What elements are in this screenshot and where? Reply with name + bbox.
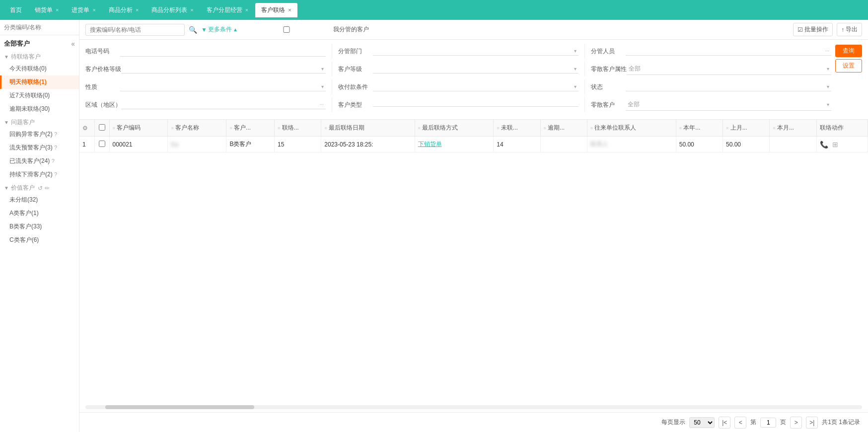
horizontal-scrollbar[interactable] [85,405,862,409]
payment-select[interactable]: ▾ [373,82,579,91]
last-page-button[interactable]: >| [806,417,818,429]
batch-op-button[interactable]: ☑ 批量操作 [793,23,833,36]
nav-item-analysis-list[interactable]: 商品分析列表 × [145,3,199,17]
first-page-icon: |< [722,419,727,426]
uncontacted-cell: 14 [494,137,540,152]
filter-retail-attr: 零散客户属性 全部 ▾ [591,63,831,75]
retail-customer-select[interactable]: 全部 ▾ [626,99,831,111]
sort-icon: ≡ [590,126,593,131]
more-filters-button[interactable]: ▼ 更多条件 ▲ [201,25,238,34]
reset-button[interactable]: 设置 [835,59,862,72]
action-icons-container: 📞 ⊞ [820,141,865,148]
filter-action-buttons: 查询 设置 [835,44,862,72]
page-number-input[interactable] [760,418,776,428]
retail-attr-select[interactable]: 全部 ▾ [627,63,831,75]
sidebar-item-ungrouped[interactable]: 未分组(32) [0,193,79,207]
nav-item-sales[interactable]: 销货单 × [29,3,65,17]
refresh-icon[interactable]: ↺ [38,185,43,192]
pagination-bar: 每页显示 50 20 100 |< < 第 页 > >| 共1页 1条记录 [79,412,868,432]
customer-name-cell: Ea [168,137,226,152]
price-grade-select[interactable]: ▾ [121,65,326,73]
settings-column-header[interactable]: ⚙ [79,120,94,137]
table-header-row: ⚙ ≡ 客户编码 ≡ 客户名称 ≡ [79,120,868,137]
sort-icon: ≡ [679,126,682,131]
sort-icon: ≡ [278,126,280,131]
customer-grade-select[interactable]: ▾ [373,65,579,73]
sidebar-item-churn-warning[interactable]: 流失预警客户(3) ? [0,141,79,154]
prev-page-button[interactable]: < [734,417,746,429]
sidebar-search-input[interactable] [4,24,78,31]
row-checkbox-cell [94,137,109,152]
query-button[interactable]: 查询 [835,45,862,57]
filter-status: 状态 ▾ [591,82,831,91]
col-header-name: ≡ 客户名称 [168,120,226,137]
scrollbar-thumb[interactable] [105,405,254,409]
search-input[interactable] [85,24,185,36]
nav-item-customer-tier[interactable]: 客户分层经营 × [201,3,254,17]
sidebar-item-week-pending[interactable]: 近7天待联络(0) [0,89,79,102]
table-container: ⚙ ≡ 客户编码 ≡ 客户名称 ≡ [79,120,868,405]
search-button[interactable]: 🔍 [189,26,197,34]
next-page-button[interactable]: > [790,417,802,429]
last-page-icon: >| [809,419,814,426]
filter-icon: ▼ [201,26,207,33]
status-select[interactable]: ▾ [626,82,831,91]
phone-action-icon[interactable]: 📞 [820,141,828,148]
customer-type-cell: B类客户 [226,137,275,152]
sidebar-item-c-class[interactable]: C类客户(6) [0,233,79,247]
filter-region: 区域（地区） ··· [85,100,326,109]
close-icon[interactable]: × [56,7,59,13]
customer-type-select[interactable] [373,103,579,107]
next-page-icon: > [795,419,798,426]
sidebar-item-a-class[interactable]: A类客户(1) [0,207,79,220]
last-contact-date-cell: 2023-05-23 18:25: [321,137,415,152]
sidebar-item-overdue-pending[interactable]: 逾期未联络(30) [0,102,79,116]
filter-payment: 收付款条件 ▾ [338,82,579,91]
last-contact-method-cell[interactable]: 下销货单 [415,137,494,152]
sidebar-item-today-pending[interactable]: 今天待联络(0) [0,62,79,75]
filter-gender: 性质 ▾ [85,82,326,91]
close-icon[interactable]: × [136,7,139,13]
manager-select[interactable]: ··· [626,47,831,56]
close-icon[interactable]: × [288,7,291,13]
collapse-icon[interactable]: « [71,40,75,48]
sidebar-item-declining[interactable]: 持续下滑客户(2) ? [0,168,79,181]
this-year-cell: 50.00 [676,137,723,152]
actions-cell: 📞 ⊞ [816,137,868,152]
chevron-down-icon: ▾ [827,102,829,107]
contact-method-link[interactable]: 下销货单 [418,141,442,147]
nav-item-purchase[interactable]: 进货单 × [66,3,101,17]
select-all-checkbox[interactable] [99,124,105,131]
close-icon[interactable]: × [190,7,193,13]
checkbox-icon: ☑ [797,26,803,33]
my-customers-checkbox-label[interactable]: 我分管的客户 [242,25,369,34]
close-icon[interactable]: × [245,7,248,13]
sidebar-item-churned[interactable]: 已流失客户(24) ? [0,154,79,168]
chevron-down-icon: ▾ [574,66,577,72]
nav-item-customer-contact[interactable]: 客户联络 × [255,3,297,17]
export-button[interactable]: ↑ 导出 [837,23,862,36]
nav-item-analysis[interactable]: 商品分析 × [103,3,145,17]
region-select[interactable]: ··· [121,100,326,109]
sort-icon: ≡ [418,126,421,131]
sidebar-item-tomorrow-pending[interactable]: 明天待联络(1) [0,75,79,89]
divider [332,97,332,112]
contact-person-cell: 联系人 [587,137,676,152]
col-header-last-month: ≡ 上月... [723,120,770,137]
gender-select[interactable]: ▾ [120,82,326,91]
sidebar-item-repurchase-abnormal[interactable]: 回购异常客户(2) ? [0,128,79,141]
first-page-button[interactable]: |< [719,417,730,429]
nav-home[interactable]: 首页 [4,3,28,17]
my-customers-checkbox[interactable] [242,26,331,33]
grid-action-icon[interactable]: ⊞ [832,141,838,148]
phone-input[interactable] [120,46,326,57]
edit-icon[interactable]: ✏ [45,185,50,192]
page-size-select[interactable]: 50 20 100 [689,417,715,428]
close-icon[interactable]: × [92,7,95,13]
dept-select[interactable]: ▾ [373,47,579,56]
filter-customer-type: 客户类型 [338,101,579,109]
chevron-down-icon: ▾ [574,84,577,89]
contact-person-text: 联系人 [590,141,608,147]
row-checkbox[interactable] [99,141,105,147]
sidebar-item-b-class[interactable]: B类客户(33) [0,220,79,233]
